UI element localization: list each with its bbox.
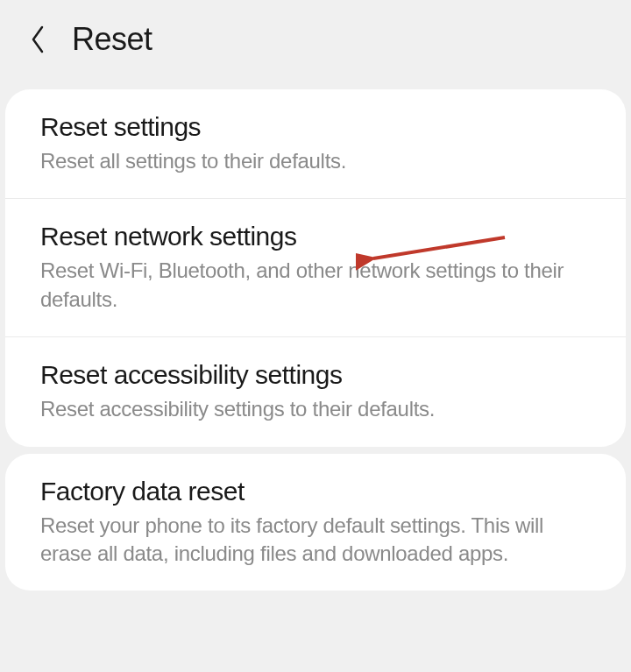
- factory-data-reset-item[interactable]: Factory data reset Reset your phone to i…: [5, 454, 626, 591]
- back-icon[interactable]: [25, 26, 51, 53]
- item-desc: Reset accessibility settings to their de…: [40, 395, 591, 423]
- page-title: Reset: [72, 21, 152, 58]
- header: Reset: [0, 0, 631, 82]
- item-title: Reset settings: [40, 112, 591, 142]
- reset-settings-item[interactable]: Reset settings Reset all settings to the…: [5, 89, 626, 199]
- item-title: Reset network settings: [40, 222, 591, 251]
- item-desc: Reset all settings to their defaults.: [40, 147, 591, 175]
- reset-network-settings-item[interactable]: Reset network settings Reset Wi-Fi, Blue…: [5, 199, 626, 337]
- reset-options-group-1: Reset settings Reset all settings to the…: [5, 89, 626, 447]
- item-title: Reset accessibility settings: [40, 360, 591, 390]
- item-desc: Reset Wi-Fi, Bluetooth, and other networ…: [40, 257, 591, 314]
- reset-accessibility-settings-item[interactable]: Reset accessibility settings Reset acces…: [5, 337, 626, 446]
- reset-options-group-2: Factory data reset Reset your phone to i…: [5, 454, 626, 591]
- item-desc: Reset your phone to its factory default …: [40, 512, 591, 569]
- item-title: Factory data reset: [40, 477, 591, 506]
